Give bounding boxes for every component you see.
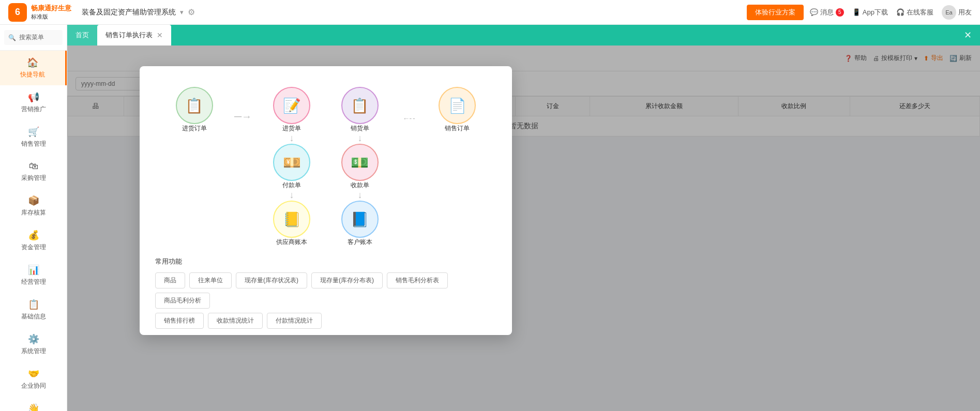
sidebar-item-label: 企业协同 [21,382,46,390]
sidebar-item-operations[interactable]: 📊 经营管理 [0,258,67,293]
sales-bill-node: 📋 销货单 [326,87,394,133]
purchase-bill-node: 📝 进货单 [258,87,326,133]
tab-sales-order-label: 销售订单执行表 [105,31,153,40]
sidebar-item-quick-nav[interactable]: 🏠 快捷导航 [0,51,67,85]
func-buttons-row2: 销售排行榜 收款情况统计 付款情况统计 [155,313,496,329]
sidebar-item-label: 库存核算 [21,208,46,217]
sidebar-item-label: 营销推广 [21,105,46,114]
purchase-order-label: 进货订单 [182,124,207,133]
app-container: 6 畅康通好生意 标准版 装备及固定资产辅助管理系统 ▾ ⚙ 体验行业方案 💬 … [0,0,980,411]
user-menu[interactable]: Ea 用友 [942,5,972,20]
message-btn[interactable]: 💬 消息 5 [810,8,844,17]
customer-ledger-icon: 📘 [341,201,379,238]
sidebar-item-label: 基础信息 [21,312,46,321]
func-buttons-row1: 商品 往来单位 现存量(库存状况表) 现存量(库存分布表) 销售毛利分析表 商品… [155,272,496,309]
sidebar-item-label: 资金管理 [21,243,46,252]
message-badge: 5 [836,8,844,17]
tab-sales-order[interactable]: 销售订单执行表 ✕ [97,25,171,45]
dropdown-icon[interactable]: ▾ [180,8,184,16]
customer-ledger-label: 客户账本 [348,238,372,247]
arrow-receipt-down: ↓ [357,190,362,201]
avatar: Ea [942,5,956,20]
message-label: 消息 [820,8,834,17]
close-all-tabs-icon[interactable]: ✕ [956,29,980,41]
func-btn-sales-rank[interactable]: 销售排行榜 [155,313,204,329]
top-right-actions: 💬 消息 5 📱 App下载 🎧 在线客服 Ea 用友 [810,5,972,20]
sales-icon: 🛒 [28,126,39,138]
system-title: 装备及固定资产辅助管理系统 ▾ ⚙ [82,7,741,17]
func-btn-product[interactable]: 商品 [155,272,185,288]
search-menu-label: 搜索菜单 [19,33,44,42]
receipt-bill-icon: 💵 [341,144,379,181]
func-btn-product-gross[interactable]: 商品毛利分析 [155,293,210,309]
func-btn-payment-stats[interactable]: 付款情况统计 [267,313,322,329]
app-download-label: App下载 [863,8,888,17]
sidebar-search[interactable]: 🔍 搜索菜单 [0,25,67,51]
settings-icon[interactable]: ⚙ [188,7,195,17]
purchase-bill-icon: 📝 [273,87,310,124]
receipt-bill-node: 💵 收款单 [326,144,394,190]
tab-home[interactable]: 首页 [67,25,97,45]
sidebar-item-sales[interactable]: 🛒 销售管理 [0,120,67,155]
sidebar-item-label: 快捷导航 [20,70,45,79]
sidebar-item-inventory[interactable]: 📦 库存核算 [0,189,67,223]
common-functions: 常用功能 商品 往来单位 现存量(库存状况表) 现存量(库存分布表) 销售毛利分… [155,257,496,329]
payment-bill-label: 付款单 [282,181,301,190]
sidebar-item-enterprise[interactable]: 🤝 企业协同 [0,362,67,397]
arrow-sales-order-to-bill: ←- - [394,114,423,133]
sales-bill-label: 销货单 [351,124,369,133]
sidebar-item-label: 系统管理 [21,347,46,356]
sidebar: 🔍 搜索菜单 🏠 快捷导航 📢 营销推广 🛒 销售管理 🛍 采购管理 [0,25,67,411]
sidebar-item-label: 销售管理 [21,140,46,148]
payment-bill-icon: 💴 [273,144,310,181]
arrow-payment-down: ↓ [290,190,294,201]
message-icon: 💬 [810,8,818,16]
purchase-icon: 🛍 [29,161,38,172]
logo-icon: 6 [8,3,27,22]
sales-order-label: 销售订单 [445,124,470,133]
func-btn-stock-status[interactable]: 现存量(库存状况表) [236,272,307,288]
page-content: ❓ 帮助 🖨 按模板打印 ▾ ⬆ 导出 🔄 [67,45,980,411]
marketing-icon: 📢 [28,92,39,103]
common-functions-title: 常用功能 [155,257,496,266]
user-name: 用友 [958,8,972,17]
system-name: 装备及固定资产辅助管理系统 [82,8,176,17]
modal-box: 📋 进货订单 ─→ 📝 进货单 [140,66,512,335]
logo-text: 畅康通好生意 标准版 [31,4,71,20]
enterprise-icon: 🤝 [28,368,39,379]
sidebar-item-basic-info[interactable]: 📋 基础信息 [0,293,67,327]
sales-order-node: 📄 销售订单 [423,87,491,133]
purchase-order-icon: 📋 [176,87,213,124]
basic-info-icon: 📋 [28,299,39,310]
operations-icon: 📊 [28,264,39,276]
main-area: 🔍 搜索菜单 🏠 快捷导航 📢 营销推广 🛒 销售管理 🛍 采购管理 [0,25,980,411]
payment-bill-node: 💴 付款单 [258,144,326,190]
tab-close-icon[interactable]: ✕ [157,31,163,39]
online-service-btn[interactable]: 🎧 在线客服 [896,8,933,17]
sidebar-item-finance[interactable]: 💰 资金管理 [0,223,67,258]
finance-icon: 💰 [28,230,39,241]
newbie-icon: 👋 [28,403,39,411]
system-icon: ⚙️ [28,333,39,345]
logo-area: 6 畅康通好生意 标准版 [8,3,76,22]
sidebar-item-system[interactable]: ⚙️ 系统管理 [0,327,67,362]
sidebar-item-label: 经营管理 [21,278,46,286]
func-btn-partners[interactable]: 往来单位 [189,272,232,288]
purchase-bill-label: 进货单 [282,124,301,133]
sidebar-item-label: 采购管理 [21,174,46,182]
sidebar-item-purchase[interactable]: 🛍 采购管理 [0,155,67,189]
search-menu-btn[interactable]: 🔍 搜索菜单 [4,30,63,45]
arrow-purchase-order-to-bill: ─→ [229,111,258,133]
flow-section: 📋 进货订单 ─→ 📝 进货单 [155,82,496,247]
trial-button[interactable]: 体验行业方案 [747,5,804,20]
func-btn-stock-dist[interactable]: 现存量(库存分布表) [311,272,383,288]
supplier-ledger-label: 供应商账本 [276,238,307,247]
sidebar-item-newbie[interactable]: 👋 新手引导 [0,397,67,411]
func-btn-receipt-stats[interactable]: 收款情况统计 [208,313,263,329]
inventory-icon: 📦 [28,195,39,206]
sales-order-icon: 📄 [439,87,476,124]
func-btn-gross-analysis[interactable]: 销售毛利分析表 [387,272,448,288]
sidebar-item-marketing[interactable]: 📢 营销推广 [0,85,67,120]
tab-bar: 首页 销售订单执行表 ✕ ✕ [67,25,980,45]
app-download-btn[interactable]: 📱 App下载 [852,8,888,17]
